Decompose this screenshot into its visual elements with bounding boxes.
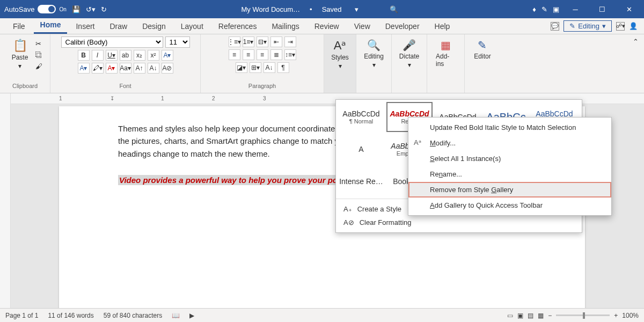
bullets-button[interactable]: ⋮≡▾ <box>229 36 240 47</box>
menu-add-to-qat[interactable]: Add Gallery to Quick Access Toolbar <box>408 197 611 213</box>
letter-a-icon: A₊ <box>343 205 352 213</box>
grow-font-button[interactable]: A↑ <box>134 63 145 74</box>
minimize-button[interactable]: ─ <box>565 2 586 17</box>
font-family-select[interactable]: Calibri (Body) <box>61 36 163 48</box>
editing-button[interactable]: 🔍Editing▾ <box>360 36 388 71</box>
borders-button[interactable]: ⊞▾ <box>250 62 261 73</box>
menu-select-all[interactable]: SSelect All 1 Instance(s)elect All 1 Ins… <box>408 151 611 166</box>
toggle-on-icon <box>38 5 56 13</box>
tab-design[interactable]: Design <box>136 20 172 34</box>
wand-icon[interactable]: ✎ <box>541 5 547 13</box>
sort-button[interactable]: A↓ <box>264 62 275 73</box>
share-button[interactable]: ☍▾ <box>616 22 625 31</box>
ribbon: 📋Paste▾ ✂ ⿻ 🖌 Clipboard Calibri (Body) 1… <box>0 34 644 93</box>
shrink-font-button[interactable]: A↓ <box>148 63 159 74</box>
align-left-button[interactable]: ≡ <box>229 49 240 60</box>
strike-button[interactable]: ab <box>120 50 131 61</box>
tab-view[interactable]: View <box>348 20 377 34</box>
addins-button[interactable]: ▦Add-ins <box>431 36 460 70</box>
status-chars[interactable]: 59 of 840 characters <box>104 312 162 319</box>
align-center-button[interactable]: ≡ <box>243 49 254 60</box>
change-case-button[interactable]: Aa▾ <box>120 63 131 74</box>
search-icon[interactable]: 🔍 <box>390 5 398 13</box>
clear-formatting-option[interactable]: A⊘Clear Formatting <box>340 216 577 229</box>
status-bar: Page 1 of 1 11 of 146 words 59 of 840 ch… <box>0 308 644 322</box>
spell-check-icon[interactable]: 📖 <box>172 312 180 319</box>
status-words[interactable]: 11 of 146 words <box>48 312 93 319</box>
numbering-button[interactable]: 1≡▾ <box>243 36 254 47</box>
menu-modify[interactable]: AᵃModify... <box>408 135 611 151</box>
zoom-level[interactable]: 100% <box>622 312 639 319</box>
autosave-label: AutoSave <box>4 5 34 13</box>
group-clipboard: Clipboard <box>12 83 38 91</box>
save-status: Saved <box>322 5 342 13</box>
tab-draw[interactable]: Draw <box>103 20 134 34</box>
line-spacing-button[interactable]: ↕≡▾ <box>284 49 296 60</box>
font-color-button[interactable]: A▾ <box>78 63 90 74</box>
subscript-button[interactable]: x₂ <box>134 50 145 61</box>
tab-mailings[interactable]: Mailings <box>265 20 305 34</box>
maximize-button[interactable]: ☐ <box>591 2 613 17</box>
comments-icon[interactable]: 💬 <box>551 22 559 31</box>
layout-match-icon[interactable]: ▣ <box>553 5 559 13</box>
align-right-button[interactable]: ≡ <box>257 49 268 60</box>
dec-indent-button[interactable]: ⇤ <box>270 36 282 47</box>
letter-a-icon: Aᵃ <box>414 138 421 147</box>
superscript-button[interactable]: x² <box>148 50 159 61</box>
tab-layout[interactable]: Layout <box>174 20 210 34</box>
title-bar: AutoSave On 💾 ↺▾ ↻ My Word Docum… • Save… <box>0 0 644 18</box>
zoom-slider[interactable] <box>556 314 610 316</box>
cut-icon[interactable]: ✂ <box>35 40 42 48</box>
style-item[interactable]: Intense Re… <box>338 166 384 196</box>
underline-button[interactable]: U▾ <box>106 50 118 61</box>
zoom-in-button[interactable]: + <box>614 312 618 319</box>
format-painter-icon[interactable]: 🖌 <box>35 62 42 70</box>
collapse-ribbon-icon[interactable]: ⌃ <box>633 38 639 46</box>
highlight-button[interactable]: 🖍▾ <box>92 63 104 74</box>
autosave-toggle[interactable]: AutoSave On <box>4 5 67 13</box>
menu-rename[interactable]: Rename... <box>408 166 611 182</box>
web-layout-icon[interactable]: ▦ <box>538 312 544 319</box>
close-button[interactable]: ✕ <box>618 2 640 17</box>
redo-icon[interactable]: ↻ <box>101 5 107 13</box>
bold-button[interactable]: B <box>78 50 90 61</box>
styles-button[interactable]: AᵃStyles▾ <box>327 36 353 72</box>
editor-button[interactable]: ✎Editor <box>470 36 495 62</box>
tab-developer[interactable]: Developer <box>379 20 426 34</box>
premium-icon[interactable]: ♦ <box>532 5 536 13</box>
tab-review[interactable]: Review <box>308 20 346 34</box>
shading-button[interactable]: ◪▾ <box>236 62 247 73</box>
save-icon[interactable]: 💾 <box>72 5 80 13</box>
status-page[interactable]: Page 1 of 1 <box>5 312 38 319</box>
style-item[interactable]: AaBbCcDd¶ Normal <box>338 102 384 132</box>
style-item[interactable]: A <box>338 134 384 164</box>
group-font: Font <box>119 83 131 91</box>
zoom-out-button[interactable]: − <box>548 312 552 319</box>
copy-icon[interactable]: ⿻ <box>35 51 42 59</box>
dictate-button[interactable]: 🎤Dictate▾ <box>395 36 423 71</box>
italic-button[interactable]: I <box>92 50 104 61</box>
multilevel-button[interactable]: ⊟▾ <box>257 36 268 47</box>
focus-mode-icon[interactable]: ▭ <box>507 312 513 319</box>
font-size-select[interactable]: 11 <box>165 36 190 48</box>
paste-button[interactable]: 📋Paste▾ <box>8 36 33 72</box>
tab-file[interactable]: File <box>6 20 32 34</box>
clear-format-button[interactable]: A⊘ <box>162 63 173 74</box>
undo-icon[interactable]: ↺▾ <box>86 5 96 13</box>
macros-icon[interactable]: ▶ <box>189 312 194 319</box>
show-marks-button[interactable]: ¶ <box>277 62 289 73</box>
print-layout-icon[interactable]: ▤ <box>528 312 533 319</box>
tab-home[interactable]: Home <box>34 18 68 34</box>
editing-mode-button[interactable]: ✎ Editing ▾ <box>564 20 612 32</box>
menu-update-to-match[interactable]: Update Red Bold Italic Style to Match Se… <box>408 120 611 135</box>
menu-remove-from-gallery[interactable]: Remove from Style Gallery <box>408 182 611 197</box>
justify-button[interactable]: ≣ <box>270 49 282 60</box>
text-effects-button[interactable]: A▾ <box>162 50 173 61</box>
inc-indent-button[interactable]: ⇥ <box>284 36 296 47</box>
tab-insert[interactable]: Insert <box>69 20 101 34</box>
account-icon[interactable]: 👤 <box>629 22 638 30</box>
font-color2-button[interactable]: A▾ <box>106 63 118 74</box>
tab-references[interactable]: References <box>212 20 264 34</box>
tab-help[interactable]: Help <box>428 20 457 34</box>
read-mode-icon[interactable]: ▣ <box>517 312 523 319</box>
